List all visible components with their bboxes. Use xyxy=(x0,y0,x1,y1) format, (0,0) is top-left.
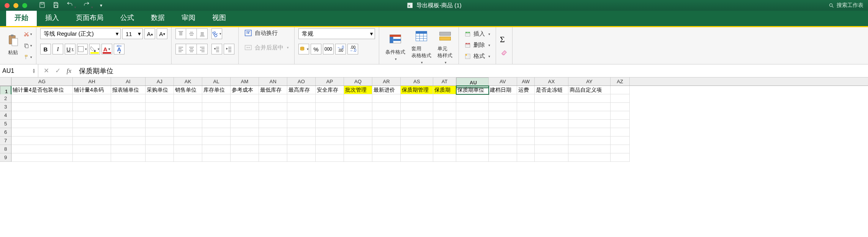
cell-AR2[interactable] xyxy=(372,94,401,103)
name-box[interactable]: AU1 ▲▼ xyxy=(0,64,38,77)
name-box-stepper[interactable]: ▲▼ xyxy=(32,68,36,74)
accounting-format-button[interactable] xyxy=(298,44,309,54)
cell-AW7[interactable] xyxy=(517,137,535,145)
cell-AL6[interactable] xyxy=(202,128,231,137)
cell-AR4[interactable] xyxy=(372,111,401,120)
cell-AI2[interactable] xyxy=(111,94,146,103)
cell-AG9[interactable] xyxy=(11,153,73,162)
row-header-7[interactable]: 7 xyxy=(0,137,11,145)
cell-AO5[interactable] xyxy=(287,120,316,128)
cell-AP3[interactable] xyxy=(316,103,344,111)
decrease-indent-button[interactable] xyxy=(211,44,222,54)
customize-qat-icon[interactable]: ▾ xyxy=(100,3,102,8)
cell-AO8[interactable] xyxy=(287,145,316,153)
cell-AH5[interactable] xyxy=(73,120,111,128)
cell-AP2[interactable] xyxy=(316,94,344,103)
cell-AO6[interactable] xyxy=(287,128,316,137)
cell-AW2[interactable] xyxy=(517,94,535,103)
column-header-AY[interactable]: AY xyxy=(568,77,611,86)
insert-cells-button[interactable]: +插入 xyxy=(463,30,492,38)
merge-center-button[interactable]: 合并后居中 xyxy=(242,43,290,52)
cell-AT3[interactable] xyxy=(433,103,456,111)
format-cells-button[interactable]: 格式 xyxy=(463,52,492,61)
save-icon[interactable] xyxy=(52,2,59,10)
cell-AI9[interactable] xyxy=(111,153,146,162)
cell-AU4[interactable] xyxy=(456,111,489,120)
cell-AP8[interactable] xyxy=(316,145,344,153)
cell-AV7[interactable] xyxy=(489,137,517,145)
cell-AN4[interactable] xyxy=(259,111,287,120)
cell-AI7[interactable] xyxy=(111,137,146,145)
column-header-AV[interactable]: AV xyxy=(489,77,517,86)
cell-AL3[interactable] xyxy=(202,103,231,111)
cell-AR6[interactable] xyxy=(372,128,401,137)
comma-format-button[interactable]: 000 xyxy=(323,44,334,54)
cell-AQ5[interactable] xyxy=(344,120,372,128)
cell-AK3[interactable] xyxy=(174,103,202,111)
cell-AG6[interactable] xyxy=(11,128,73,137)
font-size-select[interactable]: 11▾ xyxy=(122,28,143,39)
cell-AO9[interactable] xyxy=(287,153,316,162)
column-header-AN[interactable]: AN xyxy=(259,77,287,86)
copy-button[interactable] xyxy=(24,41,32,50)
cell-AX3[interactable] xyxy=(535,103,568,111)
cell-AO4[interactable] xyxy=(287,111,316,120)
cell-AG2[interactable] xyxy=(11,94,73,103)
cell-AS3[interactable] xyxy=(401,103,433,111)
cell-AY4[interactable] xyxy=(568,111,611,120)
column-header-AG[interactable]: AG xyxy=(11,77,73,86)
cell-AZ5[interactable] xyxy=(611,120,630,128)
column-header-AW[interactable]: AW xyxy=(517,77,535,86)
cell-AU1[interactable]: 保质期单位 xyxy=(456,86,489,94)
phonetic-button[interactable]: abcA xyxy=(114,44,124,54)
column-header-AX[interactable]: AX xyxy=(535,77,568,86)
cut-button[interactable] xyxy=(24,30,32,38)
font-color-button[interactable]: A xyxy=(102,44,112,54)
cell-AS7[interactable] xyxy=(401,137,433,145)
cell-AM4[interactable] xyxy=(231,111,259,120)
cell-AY2[interactable] xyxy=(568,94,611,103)
cell-AR5[interactable] xyxy=(372,120,401,128)
cell-AK8[interactable] xyxy=(174,145,202,153)
ribbon-tab-5[interactable]: 审阅 xyxy=(173,9,204,26)
increase-font-button[interactable]: A▴ xyxy=(144,28,155,39)
cell-AL8[interactable] xyxy=(202,145,231,153)
cell-AI5[interactable] xyxy=(111,120,146,128)
cell-AJ9[interactable] xyxy=(146,153,174,162)
cell-AJ8[interactable] xyxy=(146,145,174,153)
cell-AM7[interactable] xyxy=(231,137,259,145)
cell-AG8[interactable] xyxy=(11,145,73,153)
cell-AP5[interactable] xyxy=(316,120,344,128)
cell-AN3[interactable] xyxy=(259,103,287,111)
cell-AM3[interactable] xyxy=(231,103,259,111)
cell-AU8[interactable] xyxy=(456,145,489,153)
cell-AZ6[interactable] xyxy=(611,128,630,137)
cell-AN1[interactable]: 最低库存 xyxy=(259,86,287,94)
row-header-4[interactable]: 4 xyxy=(0,111,11,120)
cell-AU9[interactable] xyxy=(456,153,489,162)
column-header-AT[interactable]: AT xyxy=(433,77,456,86)
cell-AM1[interactable]: 参考成本 xyxy=(231,86,259,94)
row-header-9[interactable]: 9 xyxy=(0,153,11,162)
cell-AJ3[interactable] xyxy=(146,103,174,111)
cell-AT4[interactable] xyxy=(433,111,456,120)
cell-AY7[interactable] xyxy=(568,137,611,145)
column-header-AJ[interactable]: AJ xyxy=(146,77,174,86)
autosave-icon[interactable] xyxy=(39,2,46,10)
align-middle-button[interactable] xyxy=(186,28,197,39)
cell-AJ6[interactable] xyxy=(146,128,174,137)
insert-function-button[interactable]: fx xyxy=(67,67,71,75)
column-header-AK[interactable]: AK xyxy=(174,77,202,86)
cell-AH2[interactable] xyxy=(73,94,111,103)
cell-AY8[interactable] xyxy=(568,145,611,153)
cell-AZ4[interactable] xyxy=(611,111,630,120)
cell-AW6[interactable] xyxy=(517,128,535,137)
cell-AR7[interactable] xyxy=(372,137,401,145)
cell-AN5[interactable] xyxy=(259,120,287,128)
cell-AT9[interactable] xyxy=(433,153,456,162)
cell-AH8[interactable] xyxy=(73,145,111,153)
cell-AP6[interactable] xyxy=(316,128,344,137)
row-header-8[interactable]: 8 xyxy=(0,145,11,153)
delete-cells-button[interactable]: ×删除 xyxy=(463,41,492,49)
align-center-button[interactable] xyxy=(186,44,197,54)
